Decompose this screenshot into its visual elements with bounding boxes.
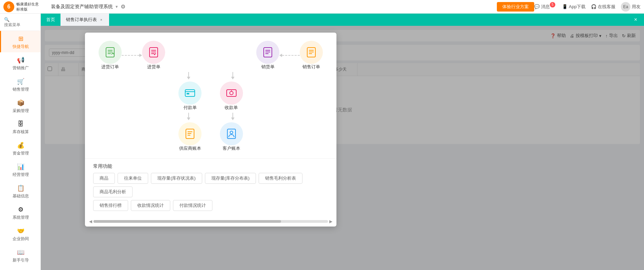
arrow-down-receipt xyxy=(231,113,234,120)
sidebar-label-inventory: 库存核算 xyxy=(13,129,29,135)
content-area: 首页 销售订单执行表 × × ❓ 帮助 🖨 按模板打印 ▾ xyxy=(41,14,644,270)
sidebar-item-quick-nav[interactable]: ⊞ 快捷导航 xyxy=(0,31,40,52)
purchase-order-label: 进货订单 xyxy=(101,64,119,70)
operations-icon: 📊 xyxy=(17,163,24,170)
sidebar-search[interactable]: 🔍 xyxy=(0,14,40,31)
sales-icon: 🛒 xyxy=(17,78,24,85)
flow-node-customer-ledger[interactable]: 客户账本 xyxy=(220,122,243,151)
func-btn-stock-status[interactable]: 现存量(库存状况表) xyxy=(151,173,202,184)
modal-scrollbar: ◀ ▶ xyxy=(85,218,336,227)
home-tab-label: 首页 xyxy=(46,17,55,23)
sidebar-item-basic-info[interactable]: 📋 基础信息 xyxy=(0,180,40,202)
window-close-icon[interactable]: × xyxy=(631,17,640,22)
purchase-order-circle xyxy=(99,41,122,64)
scrollbar-thumb[interactable] xyxy=(93,220,281,223)
service-icon: 🎧 xyxy=(591,4,596,9)
scrollbar-track[interactable] xyxy=(93,220,328,223)
func-buttons-row2: 销售排行榜 收款情况统计 付款情况统计 xyxy=(93,200,328,211)
func-btn-payment-stats[interactable]: 付款情况统计 xyxy=(173,200,212,211)
func-btn-stock-dist[interactable]: 现存量(库存分布表) xyxy=(205,173,256,184)
app-download-action[interactable]: 📱 App下载 xyxy=(562,4,586,10)
modal-overlay[interactable]: 进货订单 进货单 xyxy=(41,26,644,270)
message-action[interactable]: 💬 消息 5 xyxy=(534,4,557,10)
sidebar-item-purchase[interactable]: 📦 采购管理 xyxy=(0,95,40,116)
tab-sales-exec[interactable]: 销售订单执行表 × xyxy=(60,14,109,26)
quick-nav-icon: ⊞ xyxy=(18,35,23,42)
flow-node-sales-bill[interactable]: 销货单 xyxy=(256,41,279,70)
customer-ledger-label: 客户账本 xyxy=(223,145,240,151)
svg-point-26 xyxy=(230,131,233,134)
system-title-area: 装备及固定资产辅助管理系统 ▾ ⚙ xyxy=(44,3,497,10)
user-avatar: Ea xyxy=(621,2,630,12)
app-logo-icon: 6 xyxy=(3,1,14,12)
message-icon: 💬 xyxy=(534,4,540,9)
flow-node-supplier-ledger[interactable]: 供应商账本 xyxy=(178,122,202,151)
scroll-right-icon[interactable]: ▶ xyxy=(329,219,332,224)
online-service-action[interactable]: 🎧 在线客服 xyxy=(591,4,615,10)
sidebar-label-enterprise: 企业协同 xyxy=(13,236,29,242)
payment-circle xyxy=(178,82,202,105)
sales-bill-circle xyxy=(256,41,279,64)
sidebar-label-guide: 新手引导 xyxy=(13,257,29,263)
purchase-bill-circle xyxy=(142,41,165,64)
tab-close-icon[interactable]: × xyxy=(99,17,104,22)
tab-bar: 首页 销售订单执行表 × × xyxy=(41,14,644,26)
sidebar-label-quick-nav: 快捷导航 xyxy=(13,44,29,50)
sales-bill-label: 销货单 xyxy=(261,64,275,70)
func-btn-product-margin[interactable]: 商品毛利分析 xyxy=(93,186,133,197)
func-btn-product[interactable]: 商品 xyxy=(93,173,115,184)
flow-node-sales-order[interactable]: 销售订单 xyxy=(300,41,323,70)
system-name: 装备及固定资产辅助管理系统 xyxy=(51,4,113,10)
main-layout: 🔍 ⊞ 快捷导航 📢 营销推广 🛒 销售管理 📦 采购管理 🗄 库存核算 💰 资… xyxy=(0,14,644,270)
user-label: 用友 xyxy=(632,4,641,10)
svg-rect-15 xyxy=(185,90,195,96)
arrow-down-purchase-bill xyxy=(187,72,190,79)
arrow-down-payment xyxy=(187,113,190,120)
sales-exec-tab-label: 销售订单执行表 xyxy=(66,17,97,23)
sidebar-label-operations: 经营管理 xyxy=(13,172,29,178)
sidebar-item-finance[interactable]: 💰 资金管理 xyxy=(0,138,40,159)
sidebar-item-sales[interactable]: 🛒 销售管理 xyxy=(0,74,40,95)
inventory-icon: 🗄 xyxy=(18,121,24,128)
scroll-left-icon[interactable]: ◀ xyxy=(89,219,92,224)
sidebar-item-enterprise[interactable]: 🤝 企业协同 xyxy=(0,223,40,245)
func-btn-sales-ranking[interactable]: 销售排行榜 xyxy=(93,200,128,211)
payment-label: 付款单 xyxy=(184,105,197,111)
sidebar-item-inventory[interactable]: 🗄 库存核算 xyxy=(0,116,40,138)
flow-diagram: 进货订单 进货单 xyxy=(85,33,336,158)
message-label: 消息 xyxy=(541,4,550,10)
sidebar-label-marketing: 营销推广 xyxy=(13,65,29,71)
common-functions-section: 常用功能 商品 往来单位 现存量(库存状况表) 现存量(库存分布表) 销售毛利分… xyxy=(85,158,336,218)
purchase-icon: 📦 xyxy=(17,99,24,107)
flow-node-receipt[interactable]: 收款单 xyxy=(220,82,243,111)
func-btn-receipt-stats[interactable]: 收款情况统计 xyxy=(131,200,170,211)
quick-nav-modal: 进货订单 进货单 xyxy=(85,33,336,227)
page-content: ❓ 帮助 🖨 按模板打印 ▾ ↑ 导出 ↻ 刷新 xyxy=(41,26,644,270)
tab-home[interactable]: 首页 xyxy=(41,14,60,26)
arrow-down-sales-bill xyxy=(231,72,234,79)
func-btn-counterpart[interactable]: 往来单位 xyxy=(118,173,148,184)
settings-icon[interactable]: ⚙ xyxy=(121,3,125,10)
flow-node-payment[interactable]: 付款单 xyxy=(178,82,202,111)
system-dropdown-icon[interactable]: ▾ xyxy=(116,4,118,9)
topbar: 6 畅康通好生意 标准版 装备及固定资产辅助管理系统 ▾ ⚙ 体验行业方案 💬 … xyxy=(0,0,644,14)
flow-node-purchase-bill[interactable]: 进货单 xyxy=(142,41,165,70)
search-icon: 🔍 xyxy=(4,17,10,22)
basic-info-icon: 📋 xyxy=(17,184,24,192)
sidebar-item-guide[interactable]: 📖 新手引导 xyxy=(0,245,40,266)
trial-button[interactable]: 体验行业方案 xyxy=(497,2,534,12)
common-funcs-title: 常用功能 xyxy=(93,159,328,173)
flow-node-purchase-order[interactable]: 进货订单 xyxy=(99,41,122,70)
user-action[interactable]: Ea 用友 xyxy=(621,2,641,12)
sidebar-item-system[interactable]: ⚙ 系统管理 xyxy=(0,202,40,223)
sidebar-item-operations[interactable]: 📊 经营管理 xyxy=(0,159,40,180)
sales-order-circle xyxy=(300,41,323,64)
sidebar-item-marketing[interactable]: 📢 营销推广 xyxy=(0,52,40,74)
func-btn-sales-margin[interactable]: 销售毛利分析表 xyxy=(259,173,302,184)
message-badge: 5 xyxy=(550,2,555,7)
search-input[interactable] xyxy=(4,22,36,27)
sidebar-label-system: 系统管理 xyxy=(13,215,29,220)
enterprise-icon: 🤝 xyxy=(17,227,24,235)
tab-bar-right: × xyxy=(631,17,644,23)
purchase-bill-label: 进货单 xyxy=(147,64,160,70)
